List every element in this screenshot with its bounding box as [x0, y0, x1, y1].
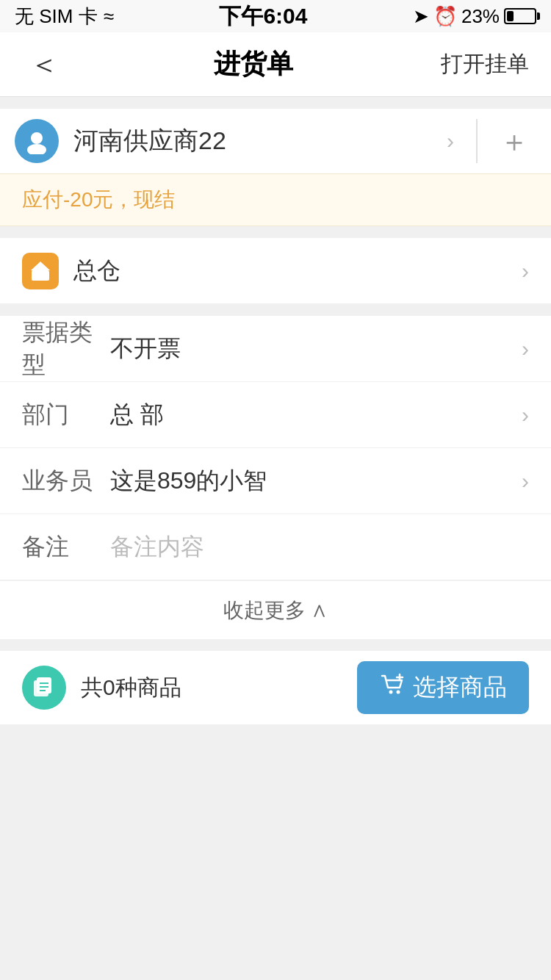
salesperson-chevron-icon: ›	[522, 469, 529, 494]
status-left: 无 SIM 卡 ≈	[15, 4, 114, 29]
open-pending-button[interactable]: 打开挂单	[441, 49, 529, 79]
warehouse-row[interactable]: 总仓 ›	[0, 238, 551, 304]
back-button[interactable]: ＜	[22, 37, 66, 92]
svg-point-1	[27, 144, 46, 154]
top-divider	[0, 97, 551, 109]
form-divider	[0, 304, 551, 316]
department-label: 部门	[22, 399, 110, 431]
notice-bar: 应付-20元，现结	[0, 173, 551, 226]
warehouse-divider	[0, 226, 551, 238]
supplier-name: 河南供应商22	[73, 124, 447, 158]
department-row[interactable]: 部门 总 部 ›	[0, 382, 551, 448]
salesperson-value: 这是859的小智	[110, 465, 522, 497]
collapse-row[interactable]: 收起更多 ∧	[0, 580, 551, 639]
page-title: 进货单	[214, 46, 293, 82]
select-product-label: 选择商品	[413, 671, 507, 704]
department-chevron-icon: ›	[522, 403, 529, 428]
cart-icon	[379, 671, 406, 704]
svg-point-10	[397, 691, 400, 694]
select-product-button[interactable]: 选择商品	[357, 661, 529, 714]
svg-rect-2	[32, 270, 49, 281]
remark-label: 备注	[22, 531, 110, 563]
wifi-icon: ≈	[104, 5, 114, 28]
nav-bar: ＜ 进货单 打开挂单	[0, 32, 551, 97]
sim-text: 无 SIM 卡	[15, 4, 98, 29]
svg-point-9	[389, 691, 393, 694]
invoice-type-chevron-icon: ›	[522, 336, 529, 361]
remark-row[interactable]: 备注 备注内容	[0, 514, 551, 580]
bottom-divider	[0, 639, 551, 651]
salesperson-label: 业务员	[22, 465, 110, 497]
remark-placeholder: 备注内容	[110, 531, 529, 563]
page-background	[0, 724, 551, 945]
product-icon	[22, 666, 66, 710]
product-count-text: 共0种商品	[81, 673, 181, 703]
location-icon: ➤	[413, 5, 429, 28]
add-supplier-button[interactable]: ＋	[485, 114, 536, 169]
svg-marker-3	[31, 262, 50, 270]
supplier-divider	[476, 119, 478, 163]
alarm-icon: ⏰	[433, 5, 457, 28]
invoice-type-row[interactable]: 票据类型 不开票 ›	[0, 316, 551, 382]
warehouse-chevron-icon: ›	[522, 259, 529, 284]
status-right: ➤ ⏰ 23%	[413, 5, 536, 28]
collapse-label: 收起更多 ∧	[223, 597, 328, 624]
product-count-wrap: 共0种商品	[22, 666, 181, 710]
product-bar: 共0种商品 选择商品	[0, 651, 551, 724]
invoice-type-value: 不开票	[110, 333, 522, 365]
warehouse-name: 总仓	[73, 255, 522, 287]
invoice-type-label: 票据类型	[22, 317, 110, 381]
supplier-row[interactable]: 河南供应商22 › ＋	[0, 109, 551, 173]
status-bar: 无 SIM 卡 ≈ 下午6:04 ➤ ⏰ 23%	[0, 0, 551, 32]
supplier-chevron-icon: ›	[447, 129, 454, 154]
notice-text: 应付-20元，现结	[22, 188, 175, 211]
battery-percent: 23%	[461, 5, 500, 28]
supplier-avatar	[15, 119, 59, 163]
salesperson-row[interactable]: 业务员 这是859的小智 ›	[0, 448, 551, 514]
battery-icon	[504, 8, 536, 24]
status-time: 下午6:04	[219, 1, 307, 32]
department-value: 总 部	[110, 399, 522, 431]
warehouse-icon	[22, 253, 59, 289]
svg-point-0	[31, 132, 43, 144]
